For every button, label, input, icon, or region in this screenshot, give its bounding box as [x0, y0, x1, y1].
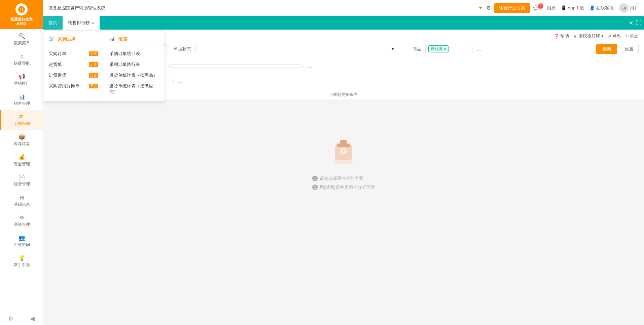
- app-download-item[interactable]: 📱 App下载: [561, 5, 584, 11]
- filter-actions: 查询 设置: [596, 44, 639, 54]
- tab-bar: 首页 销售排行榜 × ✕ ⛶: [43, 16, 644, 30]
- top-bar: 装备及固定资产辅助管理系统 ⚙ 体验行业方案 💬 9 消息 📱 App下载: [43, 0, 644, 16]
- grid-icon: ⊞: [19, 194, 25, 201]
- help-btn[interactable]: ❓ 帮助: [554, 33, 569, 39]
- goods-more[interactable]: …: [476, 46, 482, 52]
- dropdown-item-supplier-stat[interactable]: 进货单统计表（按供应商）: [107, 81, 162, 97]
- staff-more[interactable]: …: [307, 63, 312, 69]
- sidebar-item-采购管理[interactable]: 🛍 采购管理: [0, 110, 43, 130]
- user-item[interactable]: Ea 用户: [619, 3, 639, 13]
- service-icon: 👤: [589, 5, 595, 10]
- maximize-icon[interactable]: ⛶: [636, 20, 641, 26]
- close-window-icon[interactable]: ✕: [629, 20, 633, 26]
- top-bar-right: 💬 9 消息 📱 App下载 👤 在线客服 Ea: [533, 3, 639, 13]
- status-label: 单据状态: [171, 46, 191, 52]
- dropdown-item-inbound-label: 进货单: [49, 62, 62, 68]
- sidebar-item-新手引导[interactable]: 💡 新手引导: [0, 251, 43, 271]
- sidebar-item-库存核算[interactable]: 📦 库存核算: [0, 130, 43, 150]
- status-select-chevron: ▾: [392, 46, 394, 51]
- goods-tag-close[interactable]: ×: [444, 47, 446, 51]
- tip2-num: 2: [312, 185, 318, 190]
- collapse-label: 收起更多条件: [333, 92, 357, 97]
- dropdown-col1-title: 采购业务: [58, 36, 76, 42]
- empty-icon: !: [327, 135, 360, 169]
- gear-icon[interactable]: ⚙: [486, 5, 491, 11]
- dropdown-item-goods-stat[interactable]: 进货单统计表（按商品）: [107, 70, 162, 81]
- message-item[interactable]: 💬 9 消息: [533, 5, 556, 11]
- sidebar-item-系统管理[interactable]: ⚙ 系统管理: [0, 211, 43, 231]
- sidebar-nav: 🔍 搜索菜单 ⌂ 快捷导航 📢 营销推广 📊 销售管理 🛍 采购管理 📦 库存核…: [0, 29, 43, 312]
- online-service-item[interactable]: 👤 在线客服: [589, 5, 614, 11]
- dropdown-item-po-exec[interactable]: 采购订单执行表: [107, 59, 162, 70]
- dropdown-item-po-label: 采购订单: [49, 51, 66, 57]
- staff-input[interactable]: [168, 65, 303, 68]
- dropdown-item-po[interactable]: 采购订单 历史: [46, 48, 101, 59]
- dropdown-col1-header: 🛒 采购业务: [46, 34, 101, 46]
- goods-label: 商品: [401, 46, 421, 52]
- sidebar-item-企业协同[interactable]: 👥 企业协同: [0, 231, 43, 251]
- bar-chart-icon: 📊: [19, 93, 25, 100]
- status-select[interactable]: ▾: [195, 45, 397, 53]
- collapse-icon[interactable]: ◀: [30, 315, 35, 322]
- dropdown-item-cost[interactable]: 采购费用分摊单 历史: [46, 81, 101, 91]
- team-icon: 👥: [19, 234, 25, 241]
- avatar: Ea: [619, 3, 629, 13]
- dropdown-item-return[interactable]: 进货退货 历史: [46, 70, 101, 81]
- sidebar-item-经营管理[interactable]: 📄 经营管理: [0, 170, 43, 191]
- sidebar: 畅通道好生意 标准版 🔍 搜索菜单 ⌂ 快捷导航 📢 营销推广 📊 销售管理 🛍…: [0, 0, 43, 325]
- settings-btn[interactable]: 设置: [620, 44, 639, 54]
- dropdown-item-cost-label: 采购费用分摊单: [49, 83, 79, 89]
- settings-icon[interactable]: ⚙: [8, 315, 13, 322]
- logo-icon: [15, 3, 28, 15]
- dropdown-item-po-exec-label: 采购订单执行表: [109, 62, 140, 68]
- online-service-label: 在线客服: [596, 5, 614, 11]
- purchase-icon: 🛒: [49, 36, 56, 43]
- export-btn[interactable]: ↗ 导出: [608, 33, 621, 39]
- help-icon: ❓: [554, 34, 559, 39]
- sidebar-item-销售管理[interactable]: 📊 销售管理: [0, 90, 43, 110]
- customer-more[interactable]: …: [178, 78, 183, 84]
- logo-text: 畅通道好生意: [10, 17, 33, 22]
- dropdown-col2-header: 📊 报表: [107, 34, 162, 46]
- sidebar-item-搜索菜单[interactable]: 🔍 搜索菜单: [0, 29, 43, 49]
- print-btn[interactable]: 🖨 按模板打印 ▾: [573, 33, 604, 39]
- tab-sales-ranking[interactable]: 销售排行榜 ×: [63, 16, 100, 30]
- sidebar-item-营销推广[interactable]: 📢 营销推广: [0, 70, 43, 90]
- logo: 畅通道好生意 标准版: [0, 0, 43, 29]
- dropdown-item-inbound[interactable]: 进货单 历史: [46, 59, 101, 70]
- refresh-icon: ↻: [625, 34, 629, 39]
- empty-state: ! 1 请先选择要分析的方案 2 用[过滤]条件来缩小分析范围: [43, 99, 644, 227]
- refresh-btn[interactable]: ↻ 刷新: [625, 33, 639, 39]
- cog-icon: ⚙: [19, 214, 25, 221]
- tip1-text: 请先选择要分析的方案: [320, 174, 363, 183]
- tab-home[interactable]: 首页: [43, 16, 63, 30]
- lightbulb-icon: 💡: [19, 254, 25, 261]
- report-icon: 📊: [109, 36, 116, 43]
- dropdown-item-goods-stat-label: 进货单统计表（按商品）: [109, 72, 157, 78]
- search-icon: 🔍: [19, 33, 25, 39]
- dropdown-menu-inner: 🛒 采购业务 采购订单 历史 进货单 历史 进货退货 历史 采购费用分摊单: [43, 34, 164, 97]
- message-label: 消息: [547, 5, 556, 11]
- svg-text:!: !: [343, 149, 344, 154]
- sidebar-item-资金管理[interactable]: 💰 资金管理: [0, 150, 43, 170]
- goods-tag[interactable]: 设计素 ×: [428, 45, 449, 52]
- svg-rect-3: [340, 140, 347, 144]
- print-icon: 🖨: [573, 34, 577, 39]
- box-icon: 📦: [19, 133, 25, 140]
- tab-sales-ranking-label: 销售排行榜: [68, 20, 90, 26]
- tab-close-icon[interactable]: ×: [92, 21, 94, 25]
- system-title-dropdown[interactable]: [478, 6, 483, 10]
- dropdown-menu: 🛒 采购业务 采购订单 历史 进货单 历史 进货退货 历史 采购费用分摊单: [43, 30, 164, 101]
- dropdown-item-po-stat-label: 采购订单统计表: [109, 51, 140, 57]
- sidebar-item-基础信息[interactable]: ⊞ 基础信息: [0, 191, 43, 211]
- query-btn[interactable]: 查询: [596, 44, 617, 54]
- goods-input[interactable]: 设计素 ×: [425, 44, 472, 54]
- megaphone-icon: 📢: [19, 73, 25, 80]
- export-icon: ↗: [608, 34, 611, 39]
- dropdown-col-purchase: 🛒 采购业务 采购订单 历史 进货单 历史 进货退货 历史 采购费用分摊单: [43, 34, 104, 97]
- home-icon: ⌂: [19, 53, 25, 59]
- sidebar-item-快捷导航[interactable]: ⌂ 快捷导航: [0, 49, 43, 70]
- avatar-text: Ea: [621, 6, 626, 10]
- industry-btn[interactable]: 体验行业方案: [494, 3, 530, 13]
- dropdown-item-po-stat[interactable]: 采购订单统计表: [107, 48, 162, 59]
